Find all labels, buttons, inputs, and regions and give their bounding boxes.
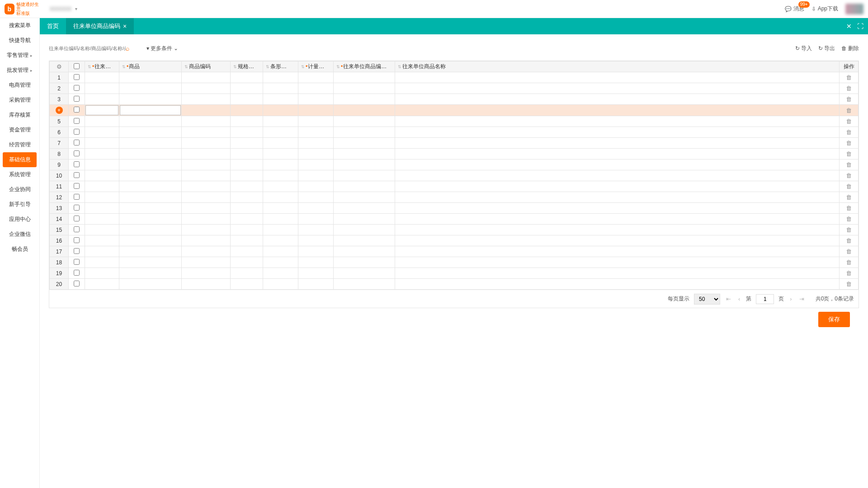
trash-icon[interactable]: 🗑 (846, 140, 852, 146)
cell[interactable] (395, 257, 840, 268)
close-icon[interactable]: × (123, 23, 127, 30)
cell[interactable] (298, 225, 334, 235)
trash-icon[interactable]: 🗑 (846, 74, 852, 81)
cell[interactable] (231, 203, 263, 214)
cell[interactable] (263, 72, 298, 83)
cell[interactable] (298, 127, 334, 138)
cell[interactable] (334, 181, 395, 192)
cell[interactable] (395, 149, 840, 160)
cell[interactable] (182, 279, 231, 290)
cell[interactable] (119, 72, 182, 83)
tab-home[interactable]: 首页 (40, 18, 66, 34)
cell[interactable] (334, 116, 395, 127)
cell-input[interactable] (120, 105, 181, 115)
sidebar-item-3[interactable]: 批发管理▸ (0, 63, 39, 78)
cell[interactable] (85, 83, 119, 94)
row-checkbox[interactable] (74, 129, 80, 135)
cell[interactable] (119, 105, 182, 116)
cell[interactable] (119, 181, 182, 192)
trash-icon[interactable]: 🗑 (846, 259, 852, 266)
cell[interactable] (395, 203, 840, 214)
cell[interactable] (85, 225, 119, 235)
table-row[interactable]: 19🗑 (50, 268, 859, 279)
cell[interactable] (263, 160, 298, 170)
user-avatar[interactable] (845, 4, 863, 14)
first-page-button[interactable]: ⇤ (725, 296, 732, 302)
table-row[interactable]: 9🗑 (50, 160, 859, 170)
table-row[interactable]: 11🗑 (50, 181, 859, 192)
trash-icon[interactable]: 🗑 (846, 183, 852, 190)
cell[interactable] (182, 138, 231, 149)
table-row[interactable]: 15🗑 (50, 225, 859, 235)
cell[interactable] (395, 138, 840, 149)
cell[interactable] (395, 246, 840, 257)
cell[interactable] (298, 116, 334, 127)
cell[interactable] (334, 83, 395, 94)
sidebar-item-15[interactable]: 畅会员 (0, 242, 39, 257)
cell[interactable] (263, 279, 298, 290)
cell[interactable] (85, 170, 119, 181)
cell[interactable] (263, 192, 298, 203)
cell[interactable] (263, 138, 298, 149)
per-page-select[interactable]: 50 (694, 294, 720, 305)
row-checkbox[interactable] (74, 259, 80, 265)
cell[interactable] (182, 181, 231, 192)
cell[interactable] (119, 170, 182, 181)
cell[interactable] (231, 268, 263, 279)
col-partner[interactable]: ⇅•往来… (85, 61, 119, 72)
cell[interactable] (119, 94, 182, 105)
cell[interactable] (334, 149, 395, 160)
trash-icon[interactable]: 🗑 (846, 205, 852, 211)
cell[interactable] (263, 181, 298, 192)
cell[interactable] (334, 94, 395, 105)
cell[interactable] (231, 279, 263, 290)
export-button[interactable]: ↻ 导出 (818, 45, 835, 52)
table-row[interactable]: 7🗑 (50, 138, 859, 149)
cell[interactable] (182, 214, 231, 225)
sidebar-item-2[interactable]: 零售管理▸ (0, 48, 39, 63)
sidebar-item-4[interactable]: 电商管理 (0, 78, 39, 93)
cell[interactable] (395, 83, 840, 94)
page-input[interactable] (756, 294, 774, 304)
table-row[interactable]: +🗑 (50, 105, 859, 116)
cell[interactable] (263, 268, 298, 279)
cell[interactable] (182, 116, 231, 127)
cell-input[interactable] (85, 105, 118, 115)
cell[interactable] (85, 138, 119, 149)
cell[interactable] (298, 105, 334, 116)
cell[interactable] (395, 235, 840, 246)
search-input[interactable] (49, 46, 126, 51)
cell[interactable] (298, 160, 334, 170)
cell[interactable] (395, 127, 840, 138)
cell[interactable] (119, 225, 182, 235)
trash-icon[interactable]: 🗑 (846, 226, 852, 233)
cell[interactable] (231, 138, 263, 149)
cell[interactable] (298, 268, 334, 279)
cell[interactable] (119, 235, 182, 246)
table-row[interactable]: 14🗑 (50, 214, 859, 225)
cell[interactable] (182, 192, 231, 203)
cell[interactable] (334, 72, 395, 83)
last-page-button[interactable]: ⇥ (798, 296, 806, 302)
trash-icon[interactable]: 🗑 (846, 194, 852, 201)
cell[interactable] (298, 192, 334, 203)
cell[interactable] (182, 257, 231, 268)
row-checkbox[interactable] (74, 161, 80, 167)
table-row[interactable]: 5🗑 (50, 116, 859, 127)
row-checkbox[interactable] (74, 226, 80, 232)
cell[interactable] (334, 214, 395, 225)
settings-column[interactable] (50, 61, 69, 72)
cell[interactable] (298, 246, 334, 257)
cell[interactable] (182, 235, 231, 246)
cell[interactable] (85, 268, 119, 279)
table-row[interactable]: 6🗑 (50, 127, 859, 138)
cell[interactable] (182, 268, 231, 279)
cell[interactable] (263, 170, 298, 181)
cell[interactable] (85, 127, 119, 138)
table-row[interactable]: 16🗑 (50, 235, 859, 246)
more-filter-button[interactable]: ▾ 更多条件 ⌄ (146, 45, 178, 52)
table-row[interactable]: 13🗑 (50, 203, 859, 214)
cell[interactable] (263, 116, 298, 127)
cell[interactable] (231, 72, 263, 83)
row-checkbox[interactable] (74, 96, 80, 102)
